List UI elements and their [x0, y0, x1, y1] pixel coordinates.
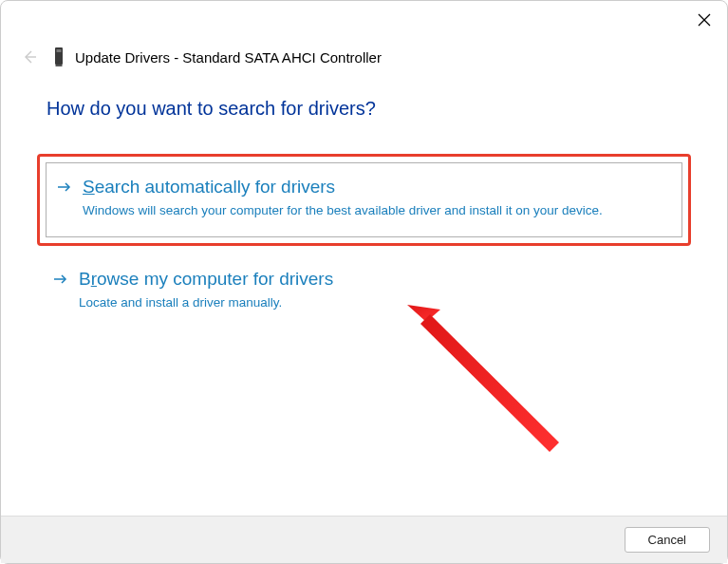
close-button[interactable] — [695, 10, 714, 29]
close-icon — [698, 13, 711, 27]
browse-option[interactable]: Browse my computer for drivers Locate an… — [47, 269, 681, 329]
arrow-left-icon — [22, 49, 37, 65]
option-browse-description: Locate and install a driver manually. — [79, 294, 663, 311]
svg-rect-4 — [57, 49, 62, 52]
option-body: Search automatically for drivers Windows… — [83, 177, 663, 219]
device-icon — [52, 47, 65, 67]
svg-rect-5 — [56, 65, 63, 66]
cancel-button[interactable]: Cancel — [625, 527, 710, 553]
option-auto-title: Search automatically for drivers — [83, 177, 663, 198]
arrow-right-icon — [58, 180, 71, 194]
arrow-right-icon — [54, 273, 67, 286]
dialog-footer: Cancel — [1, 516, 727, 563]
option-browse-title: Browse my computer for drivers — [79, 269, 663, 291]
svg-marker-9 — [420, 314, 559, 452]
dialog-header: Update Drivers - Standard SATA AHCI Cont… — [1, 28, 727, 67]
update-drivers-dialog: Update Drivers - Standard SATA AHCI Cont… — [0, 0, 728, 564]
prompt-heading: How do you want to search for drivers? — [47, 98, 681, 120]
annotation-highlight: Search automatically for drivers Windows… — [37, 154, 691, 246]
window-title: Update Drivers - Standard SATA AHCI Cont… — [75, 49, 382, 66]
search-auto-option[interactable]: Search automatically for drivers Windows… — [46, 162, 682, 237]
option-auto-description: Windows will search your computer for th… — [83, 202, 663, 219]
content-area: How do you want to search for drivers? S… — [1, 67, 727, 329]
option-body: Browse my computer for drivers Locate an… — [79, 269, 663, 311]
back-button[interactable] — [22, 49, 37, 65]
